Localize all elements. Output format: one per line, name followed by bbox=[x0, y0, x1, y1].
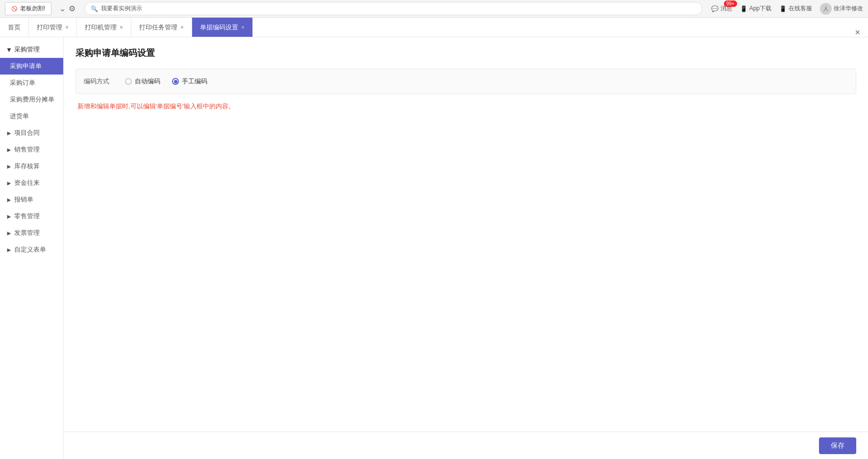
radio-manual-circle bbox=[172, 78, 179, 85]
browser-search-bar[interactable]: 🔍 我要看实例演示 bbox=[84, 2, 702, 15]
sidebar-group-returns-label: 报销单 bbox=[14, 195, 33, 204]
tab-home[interactable]: 首页 bbox=[0, 18, 29, 37]
message-badge: 99+ bbox=[724, 0, 737, 7]
sidebar-group-sales-label: 销售管理 bbox=[14, 145, 40, 154]
settings-icon[interactable]: ⚙ bbox=[69, 4, 75, 13]
radio-auto-circle bbox=[125, 78, 132, 85]
tab-printer-mgmt-label: 打印机管理 bbox=[85, 23, 117, 32]
sidebar-group-inventory-label: 库存核算 bbox=[14, 162, 40, 171]
sidebar-group-retail[interactable]: ► 零售管理 bbox=[0, 208, 63, 225]
chevron-right-icon: ► bbox=[6, 196, 12, 204]
sidebar-group-purchase[interactable]: ▼ 采购管理 bbox=[0, 41, 63, 58]
encoding-section: 编码方式 自动编码 手工编码 bbox=[75, 69, 856, 94]
online-service-button[interactable]: 📱 在线客服 bbox=[779, 4, 812, 13]
chevron-right-icon: ► bbox=[6, 179, 12, 187]
tab-printer-mgmt-close-icon[interactable]: × bbox=[120, 24, 123, 31]
sidebar-group-funds-label: 资金往来 bbox=[14, 178, 40, 187]
page-title: 采购申请单编码设置 bbox=[75, 47, 856, 59]
radio-manual-encoding[interactable]: 手工编码 bbox=[172, 77, 207, 86]
tab-print-task-label: 打印任务管理 bbox=[139, 23, 177, 32]
tab-single-code-close-icon[interactable]: × bbox=[241, 24, 245, 31]
sidebar-group-inventory[interactable]: ► 库存核算 bbox=[0, 158, 63, 175]
avatar: 人 bbox=[820, 3, 832, 15]
sidebar-group-custom-form[interactable]: ► 自定义表单 bbox=[0, 241, 63, 258]
sidebar-item-purchase-expense[interactable]: 采购费用分摊单 bbox=[0, 91, 63, 108]
content-inner: 采购申请单编码设置 编码方式 自动编码 手工编码 新增和编辑单据时 bbox=[64, 37, 868, 432]
chevron-right-icon: ► bbox=[6, 129, 12, 137]
window-close-button[interactable]: × bbox=[851, 26, 864, 40]
tab-favicon-icon: 🚫 bbox=[11, 6, 17, 11]
sidebar: ▼ 采购管理 采购申请单 采购订单 采购费用分摊单 进货单 ► 项目合同 ► 销… bbox=[0, 37, 64, 459]
chevron-right-icon: ► bbox=[6, 163, 12, 170]
app-download-button[interactable]: 📱 App下载 bbox=[740, 4, 771, 13]
tab-print-mgmt-close-icon[interactable]: × bbox=[65, 24, 69, 31]
sidebar-group-retail-label: 零售管理 bbox=[14, 212, 40, 221]
chevron-right-icon: ► bbox=[6, 213, 12, 220]
user-name-label: 徐泽华修改 bbox=[834, 4, 863, 13]
sidebar-group-invoice[interactable]: ► 发票管理 bbox=[0, 225, 63, 241]
sidebar-item-purchase-request-label: 采购申请单 bbox=[10, 62, 42, 70]
tab-home-label: 首页 bbox=[8, 23, 21, 32]
search-icon: 🔍 bbox=[91, 5, 98, 12]
chevron-right-icon: ► bbox=[6, 230, 12, 237]
search-text: 我要看实例演示 bbox=[101, 4, 142, 13]
sidebar-item-purchase-order-label: 采购订单 bbox=[10, 79, 35, 86]
content-area: 采购申请单编码设置 编码方式 自动编码 手工编码 新增和编辑单据时 bbox=[64, 37, 868, 459]
chevron-down-icon[interactable]: ⌄ bbox=[59, 4, 66, 13]
online-service-label: 在线客服 bbox=[789, 4, 812, 13]
app-download-label: App下载 bbox=[749, 4, 771, 13]
sidebar-group-custom-form-label: 自定义表单 bbox=[14, 245, 46, 254]
sidebar-item-purchase-order[interactable]: 采购订单 bbox=[0, 75, 63, 91]
radio-auto-label: 自动编码 bbox=[135, 77, 160, 86]
content-footer: 保存 bbox=[64, 432, 868, 459]
sidebar-group-invoice-label: 发票管理 bbox=[14, 229, 40, 237]
sidebar-item-purchase-expense-label: 采购费用分摊单 bbox=[10, 96, 54, 103]
radio-manual-label: 手工编码 bbox=[182, 77, 207, 86]
chevron-down-icon: ▼ bbox=[6, 46, 12, 53]
sidebar-group-returns[interactable]: ► 报销单 bbox=[0, 191, 63, 208]
sidebar-group-funds[interactable]: ► 资金往来 bbox=[0, 175, 63, 191]
tab-print-task[interactable]: 打印任务管理 × bbox=[131, 18, 192, 37]
browser-tab[interactable]: 🚫 老板勿割! bbox=[5, 2, 51, 15]
main-layout: ▼ 采购管理 采购申请单 采购订单 采购费用分摊单 进货单 ► 项目合同 ► 销… bbox=[0, 37, 868, 459]
user-profile-button[interactable]: 人 徐泽华修改 bbox=[820, 3, 863, 15]
save-button[interactable]: 保存 bbox=[819, 437, 856, 454]
chevron-right-icon: ► bbox=[6, 146, 12, 153]
sidebar-group-project-label: 项目合同 bbox=[14, 128, 40, 137]
browser-actions: ⌄ ⚙ bbox=[59, 4, 75, 13]
radio-auto-encoding[interactable]: 自动编码 bbox=[125, 77, 160, 86]
service-icon: 📱 bbox=[779, 5, 787, 12]
tab-print-task-close-icon[interactable]: × bbox=[180, 24, 184, 31]
header-right: 💬 消息 99+ 📱 App下载 📱 在线客服 人 徐泽华修改 bbox=[711, 3, 863, 15]
app-tabs-bar: 首页 打印管理 × 打印机管理 × 打印任务管理 × 单据编码设置 × × bbox=[0, 18, 868, 37]
tab-single-code-label: 单据编码设置 bbox=[200, 23, 238, 32]
browser-bar: 🚫 老板勿割! ⌄ ⚙ 🔍 我要看实例演示 💬 消息 99+ 📱 App下载 📱… bbox=[0, 0, 868, 18]
tab-print-mgmt[interactable]: 打印管理 × bbox=[29, 18, 77, 37]
encoding-row: 编码方式 自动编码 手工编码 bbox=[84, 77, 848, 86]
sidebar-item-receipt[interactable]: 进货单 bbox=[0, 108, 63, 125]
sidebar-group-project[interactable]: ► 项目合同 bbox=[0, 125, 63, 141]
sidebar-item-purchase-request[interactable]: 采购申请单 bbox=[0, 58, 63, 75]
message-icon: 💬 bbox=[711, 5, 719, 12]
browser-tab-label: 老板勿割! bbox=[20, 4, 45, 13]
tab-print-mgmt-label: 打印管理 bbox=[37, 23, 62, 32]
download-icon: 📱 bbox=[740, 5, 747, 12]
tab-single-code[interactable]: 单据编码设置 × bbox=[192, 18, 253, 37]
sidebar-group-sales[interactable]: ► 销售管理 bbox=[0, 141, 63, 158]
sidebar-group-purchase-label: 采购管理 bbox=[14, 45, 40, 54]
tab-printer-mgmt[interactable]: 打印机管理 × bbox=[77, 18, 131, 37]
sidebar-item-receipt-label: 进货单 bbox=[10, 112, 29, 120]
encoding-label: 编码方式 bbox=[84, 77, 113, 86]
hint-text: 新增和编辑单据时,可以编辑'单据编号'输入框中的内容。 bbox=[75, 102, 856, 111]
hint-text-content: 新增和编辑单据时,可以编辑'单据编号'输入框中的内容。 bbox=[77, 102, 235, 110]
message-button[interactable]: 💬 消息 99+ bbox=[711, 4, 732, 13]
chevron-right-icon: ► bbox=[6, 246, 12, 254]
